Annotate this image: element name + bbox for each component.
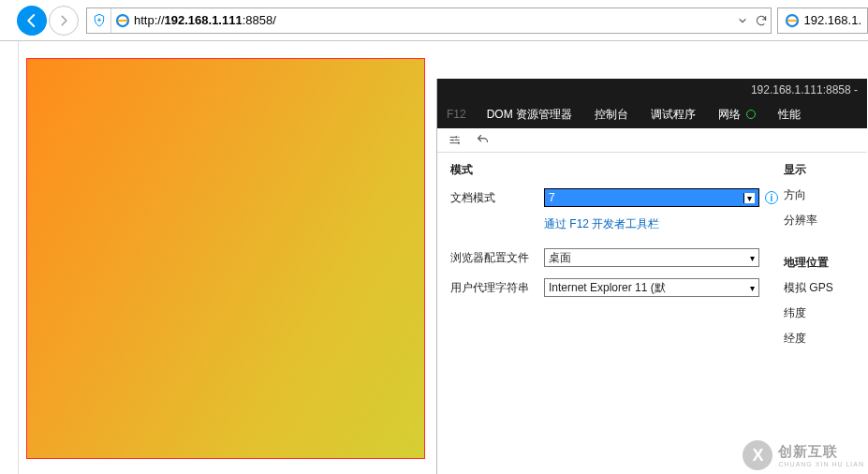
devtools-body: 模式 文档模式 7 ▾ i 通过 F12 开发者工具栏 bbox=[437, 153, 867, 474]
tab-console[interactable]: 控制台 bbox=[583, 100, 640, 128]
user-agent-select[interactable]: Internet Explorer 11 (默 ▾ bbox=[544, 278, 759, 297]
user-agent-row: 用户代理字符串 Internet Explorer 11 (默 ▾ bbox=[450, 277, 778, 298]
site-identity-button[interactable] bbox=[111, 8, 134, 33]
info-icon[interactable]: i bbox=[765, 191, 778, 204]
address-dropdown-button[interactable] bbox=[733, 16, 752, 25]
compat-view-button[interactable] bbox=[87, 8, 111, 33]
url-text: http://192.168.1.111:8858/ bbox=[134, 13, 733, 27]
url-host: 192.168.1.111 bbox=[165, 13, 243, 27]
browser-profile-label: 浏览器配置文件 bbox=[450, 250, 544, 266]
arrow-right-icon bbox=[57, 14, 70, 27]
tab-network[interactable]: 网络 bbox=[707, 100, 767, 128]
via-f12-row: 通过 F12 开发者工具栏 bbox=[450, 214, 778, 234]
devtools-panel: 192.168.1.111:8858 - F12 DOM 资源管理器 控制台 调… bbox=[436, 79, 867, 474]
undo-button[interactable] bbox=[475, 133, 490, 148]
tab-performance[interactable]: 性能 bbox=[767, 100, 812, 128]
arrow-left-icon bbox=[23, 12, 40, 29]
svg-point-3 bbox=[451, 139, 453, 141]
address-bar[interactable]: http://192.168.1.111:8858/ bbox=[86, 7, 772, 34]
watermark-sub: CHUANG XIN HU LIAN bbox=[778, 461, 864, 467]
content-area: 192.168.1.111:8858 - F12 DOM 资源管理器 控制台 调… bbox=[0, 41, 868, 474]
mode-column: 模式 文档模式 7 ▾ i 通过 F12 开发者工具栏 bbox=[450, 162, 778, 474]
watermark: X 创新互联 CHUANG XIN HU LIAN bbox=[743, 440, 864, 470]
latitude-label: 纬度 bbox=[784, 305, 854, 321]
display-geo-column: 显示 方向 分辨率 地理位置 模拟 GPS 纬度 经度 bbox=[778, 162, 854, 474]
url-scheme: http:// bbox=[134, 13, 165, 27]
record-indicator bbox=[746, 110, 756, 119]
watermark-text-wrap: 创新互联 CHUANG XIN HU LIAN bbox=[778, 443, 864, 467]
left-gutter bbox=[0, 41, 19, 474]
chevron-down-icon: ▾ bbox=[750, 283, 755, 293]
devtools-toolbar bbox=[437, 128, 867, 153]
url-path: / bbox=[272, 13, 276, 27]
watermark-logo: X bbox=[743, 440, 772, 470]
tab-f12-label: F12 bbox=[437, 100, 476, 128]
devtools-tabs: F12 DOM 资源管理器 控制台 调试程序 网络 性能 bbox=[437, 100, 867, 128]
watermark-brand: 创新互联 bbox=[778, 443, 864, 461]
document-mode-label: 文档模式 bbox=[450, 190, 544, 206]
settings-button[interactable] bbox=[447, 133, 462, 148]
page-viewport: 192.168.1.111:8858 - F12 DOM 资源管理器 控制台 调… bbox=[19, 41, 868, 474]
undo-icon bbox=[476, 133, 490, 147]
browser-tab[interactable]: 192.168.1. bbox=[777, 7, 868, 34]
url-port: :8858 bbox=[243, 13, 273, 27]
user-agent-label: 用户代理字符串 bbox=[450, 280, 544, 296]
via-f12-link[interactable]: 通过 F12 开发者工具栏 bbox=[544, 216, 659, 232]
chevron-down-icon: ▾ bbox=[750, 253, 755, 263]
refresh-icon bbox=[755, 14, 768, 27]
browser-profile-value: 桌面 bbox=[549, 250, 571, 266]
tab-dom-explorer[interactable]: DOM 资源管理器 bbox=[476, 100, 583, 128]
display-heading: 显示 bbox=[784, 162, 854, 178]
browser-navbar: http://192.168.1.111:8858/ 192.168.1. bbox=[0, 0, 868, 41]
devtools-titlebar: 192.168.1.111:8858 - bbox=[437, 79, 867, 100]
tab-label: 192.168.1. bbox=[804, 13, 861, 27]
back-button[interactable] bbox=[17, 6, 47, 36]
document-mode-select[interactable]: 7 ▾ bbox=[544, 188, 759, 207]
svg-point-2 bbox=[455, 136, 457, 138]
tab-network-label: 网络 bbox=[718, 107, 741, 123]
devtools-title: 192.168.1.111:8858 - bbox=[751, 83, 858, 96]
gradient-box bbox=[26, 58, 425, 459]
document-mode-value: 7 bbox=[549, 191, 555, 204]
orientation-label: 方向 bbox=[784, 187, 854, 203]
resolution-label: 分辨率 bbox=[784, 213, 854, 229]
browser-profile-select[interactable]: 桌面 ▾ bbox=[544, 248, 759, 267]
user-agent-value: Internet Explorer 11 (默 bbox=[549, 280, 666, 296]
forward-button[interactable] bbox=[49, 6, 79, 36]
tab-debugger[interactable]: 调试程序 bbox=[640, 100, 707, 128]
ie-icon bbox=[784, 12, 801, 29]
svg-point-4 bbox=[457, 142, 459, 144]
chevron-down-icon bbox=[738, 16, 747, 25]
document-mode-row: 文档模式 7 ▾ i bbox=[450, 187, 778, 208]
shield-plus-icon bbox=[92, 13, 107, 28]
longitude-label: 经度 bbox=[784, 331, 854, 347]
ie-icon bbox=[114, 12, 131, 29]
geolocation-heading: 地理位置 bbox=[784, 255, 854, 271]
sliders-icon bbox=[448, 133, 462, 147]
simulate-gps-label: 模拟 GPS bbox=[784, 280, 854, 296]
browser-profile-row: 浏览器配置文件 桌面 ▾ bbox=[450, 247, 778, 268]
mode-heading: 模式 bbox=[450, 162, 778, 178]
chevron-down-icon: ▾ bbox=[743, 193, 755, 203]
refresh-button[interactable] bbox=[752, 14, 771, 27]
